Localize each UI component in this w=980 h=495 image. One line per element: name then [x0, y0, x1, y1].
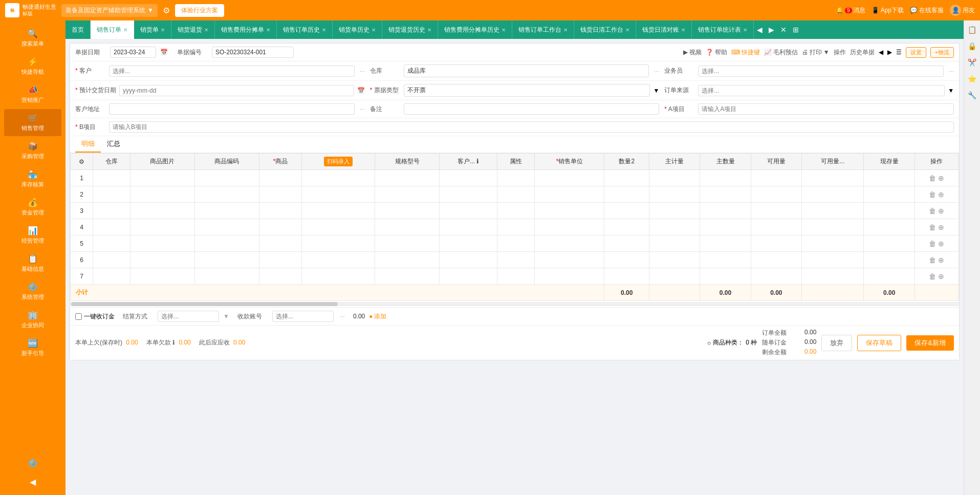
sidebar-item-enterprise[interactable]: 🏢 企业协同 [4, 306, 61, 333]
message-icon[interactable]: 🔔 9 消息 [836, 6, 865, 15]
sidebar-item-marketing[interactable]: 📣 营销推广 [4, 81, 61, 108]
customer-more-icon[interactable]: ··· [360, 68, 365, 75]
add-payment-btn[interactable]: ● 添加 [369, 312, 386, 321]
save-new-button[interactable]: 保存&新增 [906, 335, 954, 351]
close-icon[interactable]: ✕ [322, 27, 326, 33]
close-icon[interactable]: ✕ [161, 27, 165, 33]
addrow-btn[interactable]: +物流 [930, 47, 954, 58]
address-more-icon[interactable]: ··· [360, 105, 365, 113]
close-icon[interactable]: ✕ [266, 27, 270, 33]
payment-method-input[interactable] [158, 311, 219, 322]
system-title[interactable]: 装备及固定资产辅助管理系统 ▼ [61, 4, 158, 17]
tab-next-btn[interactable]: ▶ [766, 26, 777, 34]
delete-icon[interactable]: 🗑 [929, 256, 936, 264]
delivery-date-calendar-icon[interactable]: 📅 [357, 87, 365, 94]
account-input[interactable] [272, 311, 334, 322]
tab-order-history[interactable]: 销售订单历史 ✕ [277, 20, 333, 39]
sidebar-item-guide[interactable]: 🆕 新手引导 [4, 334, 61, 361]
tab-invoice-history[interactable]: 销货单历史 ✕ [333, 20, 382, 39]
copy-icon[interactable]: ⊕ [938, 190, 944, 199]
close-icon[interactable]: ✕ [743, 27, 747, 33]
order-source-input[interactable] [698, 85, 945, 96]
scan-btn[interactable]: 扫码录入 [324, 157, 353, 166]
profit-btn[interactable]: 📈 毛利预估 [764, 48, 798, 57]
tab-prev-btn[interactable]: ◀ [754, 26, 766, 34]
list-view-icon[interactable]: ☰ [896, 49, 902, 56]
close-icon[interactable]: ✕ [204, 27, 208, 33]
salesperson-input[interactable] [698, 66, 944, 77]
delete-icon[interactable]: 🗑 [929, 272, 936, 281]
tab-cash-daily[interactable]: 钱货日清工作台 ✕ [574, 20, 636, 39]
customer-input[interactable] [109, 66, 355, 77]
sidebar-item-system[interactable]: ⚙️ 系统管理 [4, 278, 61, 305]
copy-icon[interactable]: ⊕ [938, 174, 944, 182]
sidebar-item-inventory[interactable]: 🏪 库存核算 [4, 165, 61, 192]
rs-tool-icon[interactable]: 🔧 [965, 88, 979, 102]
online-service[interactable]: 💬 在线客服 [910, 6, 944, 15]
sidebar-item-sales[interactable]: 🛒 销售管理 [4, 109, 61, 136]
delete-icon[interactable]: 🗑 [929, 174, 936, 182]
tab-cash-reconcile[interactable]: 钱货日清对账 ✕ [636, 20, 692, 39]
sidebar-bottom-settings[interactable]: ⚙️ [4, 454, 61, 472]
warehouse-more-icon[interactable]: ··· [654, 68, 659, 75]
copy-icon[interactable]: ⊕ [938, 223, 944, 231]
account-more-icon[interactable]: ··· [340, 313, 345, 320]
remark-input[interactable] [404, 103, 660, 115]
close-icon[interactable]: ✕ [372, 27, 376, 33]
calendar-icon[interactable]: 📅 [160, 49, 168, 56]
save-draft-button[interactable]: 保存草稿 [857, 335, 901, 351]
sidebar-item-basic[interactable]: 📋 基础信息 [4, 250, 61, 277]
tab-expense-history[interactable]: 销售费用分摊单历史 ✕ [438, 20, 512, 39]
sidebar-collapse-btn[interactable]: ◀ [4, 473, 61, 491]
history-btn[interactable]: 历史单据 [850, 48, 875, 57]
tab-sales-return[interactable]: 销货退货 ✕ [171, 20, 215, 39]
col-settings-header[interactable]: ⚙ [71, 154, 93, 170]
warehouse-input[interactable]: 成品库 [404, 64, 649, 77]
tab-summary[interactable]: 汇总 [101, 136, 126, 153]
one-click-deposit-checkbox[interactable]: 一键收订金 [75, 312, 115, 321]
close-icon[interactable]: ✕ [681, 27, 685, 33]
sidebar-item-quicknav[interactable]: ⚡ 快捷导航 [4, 53, 61, 80]
tab-expand-btn[interactable]: ⊞ [790, 26, 802, 34]
tab-close-btn[interactable]: ✕ [777, 26, 790, 34]
delete-icon[interactable]: 🗑 [929, 223, 936, 231]
rs-doc-icon[interactable]: 📋 [965, 23, 979, 37]
help-btn[interactable]: ❓ 帮助 [706, 48, 727, 57]
copy-icon[interactable]: ⊕ [938, 207, 944, 215]
print-btn[interactable]: 🖨 打印 ▼ [802, 48, 830, 57]
operate-btn[interactable]: 操作 [834, 48, 846, 57]
tab-sales-invoice[interactable]: 销货单 ✕ [134, 20, 171, 39]
salesperson-more-icon[interactable]: ··· [949, 68, 954, 75]
tab-sales-order[interactable]: 销售订单 ✕ [91, 20, 134, 39]
copy-icon[interactable]: ⊕ [938, 240, 944, 248]
copy-icon[interactable]: ⊕ [938, 256, 944, 264]
customer-address-input[interactable] [109, 103, 355, 115]
sidebar-item-operation[interactable]: 📊 经营管理 [4, 222, 61, 249]
sidebar-item-finance[interactable]: 💰 资金管理 [4, 193, 61, 221]
tab-sales-stats[interactable]: 销售订单统计表 ✕ [692, 20, 754, 39]
delete-icon[interactable]: 🗑 [929, 190, 936, 199]
single-date-input[interactable]: 2023-03-24 [110, 47, 156, 58]
sidebar-item-search[interactable]: 🔍 搜索菜单 [4, 25, 61, 52]
rs-star-icon[interactable]: ⭐ [965, 72, 979, 86]
rs-lock-icon[interactable]: 🔒 [965, 39, 979, 53]
a-project-input[interactable] [698, 103, 954, 115]
close-icon[interactable]: ✕ [123, 27, 127, 33]
invoice-type-select[interactable]: 不开票 [404, 84, 650, 97]
discard-button[interactable]: 放弃 [821, 335, 852, 351]
close-icon[interactable]: ✕ [563, 27, 568, 33]
close-icon[interactable]: ✕ [625, 27, 629, 33]
single-no-input[interactable]: SO-20230324-001 [212, 47, 294, 58]
nav-prev-record[interactable]: ◀ [879, 49, 883, 56]
close-icon[interactable]: ✕ [427, 27, 431, 33]
view-btn[interactable]: ▶ 视频 [683, 48, 702, 57]
delivery-date-input[interactable] [119, 85, 354, 96]
tab-home[interactable]: 首页 [66, 20, 91, 39]
copy-icon[interactable]: ⊕ [938, 272, 944, 281]
tab-order-workbench[interactable]: 销售订单工作台 ✕ [512, 20, 574, 39]
gear-settings-icon[interactable]: ⚙ [163, 6, 170, 15]
nav-next-record[interactable]: ▶ [887, 49, 892, 56]
tab-detail[interactable]: 明细 [75, 136, 101, 153]
tab-expense-split[interactable]: 销售费用分摊单 ✕ [215, 20, 277, 39]
tab-return-history[interactable]: 销货退货历史 ✕ [382, 20, 438, 39]
